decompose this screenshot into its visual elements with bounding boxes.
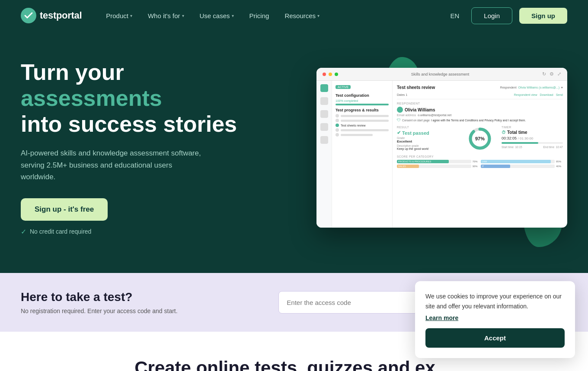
- take-test-left: Here to take a test? No registration req…: [21, 290, 261, 314]
- mockup-respondent-header: Respondent Olivia Williams (o.williams@.…: [500, 86, 563, 89]
- mockup-left-row-2: [336, 119, 389, 122]
- mockup-score-bars: PRODUCTS & PROCEDURES 70% LAW: [397, 160, 563, 168]
- nav-product[interactable]: Product ▾: [99, 9, 139, 23]
- mockup-row-line: [341, 120, 389, 122]
- nav-resources[interactable]: Resources ▾: [278, 9, 326, 23]
- mockup-row-dot: [336, 114, 339, 117]
- mockup-completed: 100% completed: [336, 99, 389, 102]
- mockup-score-bar-it-wrap: IT: [481, 165, 555, 168]
- mockup-consent-row: 🛡 Consent on start page I agree with the…: [397, 118, 563, 122]
- mockup-row-dot-active: [336, 124, 339, 127]
- language-selector[interactable]: EN: [445, 9, 464, 23]
- mockup-status-badge: ACTIVE: [336, 85, 351, 89]
- mockup-passed: ✔ Test passed: [397, 130, 458, 136]
- cookie-learn-more-link[interactable]: Learn more: [425, 314, 565, 321]
- hero-section: Turn your assessments into success stori…: [0, 31, 588, 273]
- nav-links: Product ▾ Who it's for ▾ Use cases ▾ Pri…: [99, 9, 445, 23]
- clock-icon: ⏱: [502, 130, 506, 135]
- mockup-row-line-sm: [341, 134, 373, 136]
- mockup-respondent-view-btn: Respondent view: [514, 93, 537, 96]
- mockup-respondent-label: Respondent: [500, 86, 517, 89]
- mockup-score-row-it: IT 40%: [481, 165, 563, 168]
- mockup-progress-bar: [336, 104, 389, 105]
- mockup-score-bar-pp: PRODUCTS & PROCEDURES: [397, 160, 449, 163]
- mockup-dot-yellow: [329, 73, 332, 76]
- mockup-timer-details: Start time 10:15 End time 10:47: [502, 146, 563, 149]
- mockup-left-link-text: Test sheets review: [341, 124, 389, 127]
- mockup-main-header: Test sheets review Respondent Olivia Wil…: [397, 85, 563, 90]
- mockup-row-line: [341, 129, 389, 131]
- nav-use-cases[interactable]: Use cases ▾: [193, 9, 241, 23]
- mockup-grade-label: Grade: [397, 136, 458, 140]
- mockup-timer-bar-wrap: [502, 142, 563, 144]
- mockup-config-title: Test configuration: [336, 93, 389, 98]
- cookie-text: We use cookies to improve your experienc…: [425, 292, 565, 311]
- chevron-down-icon: ▾: [130, 13, 132, 18]
- mockup-left-row-1: [336, 114, 389, 117]
- logo-text: testportal: [40, 10, 82, 21]
- hero-image: Skills and knowledge assessment ↻ ⚙ ⤢: [246, 68, 567, 228]
- mockup-left-row-3: [336, 128, 389, 132]
- mockup-donut-chart: 97%: [467, 126, 493, 152]
- mockup-score-bar-pp-wrap: PRODUCTS & PROCEDURES: [397, 160, 471, 163]
- mockup-start-time-label: Start time 10:15: [502, 146, 522, 149]
- mockup-dates: Dates 1: [397, 93, 407, 96]
- mockup-score-row-sales: SALES 30%: [397, 165, 479, 168]
- mockup-donut: 97%: [467, 126, 493, 152]
- mockup-score-name-it: IT: [482, 165, 484, 168]
- mockup-main: Test sheets review Respondent Olivia Wil…: [393, 81, 567, 228]
- mockup-respondent-section: RESPONDENT Olivia Williams Email address…: [397, 102, 563, 122]
- mockup-score-row-pp: PRODUCTS & PROCEDURES 70%: [397, 160, 479, 163]
- mockup-timer-time: 00:32:05 / 01:30:00: [502, 136, 563, 140]
- mockup-progress-title: Test progress & results: [336, 108, 389, 112]
- mockup-score-row-law: LAW 95%: [481, 160, 563, 163]
- mockup-desc-grade-value: Keep up the good work!: [397, 147, 458, 150]
- mockup-score-pct-it: 40%: [556, 165, 563, 168]
- mockup-score-bar-it: IT: [481, 165, 511, 168]
- mockup-grade-value: Excellent: [397, 140, 458, 143]
- cookie-banner: We use cookies to improve your experienc…: [415, 281, 575, 358]
- mockup-dot-red: [323, 73, 326, 76]
- hero-cta-button[interactable]: Sign up - it's free: [21, 198, 108, 221]
- mockup-row-line: [341, 115, 389, 117]
- logo-link[interactable]: testportal: [21, 8, 82, 23]
- mockup-score-name-law: LAW: [482, 160, 487, 163]
- navbar: testportal Product ▾ Who it's for ▾ Use …: [0, 0, 588, 31]
- mockup-sidebar-icon-tests: [320, 110, 328, 118]
- mockup-icon-gear: ⚙: [550, 71, 554, 77]
- hero-title: Turn your assessments into success stori…: [21, 60, 246, 137]
- mockup-left-row-4: [336, 133, 389, 136]
- hero-subtitle: AI-powered skills and knowledge assessme…: [21, 147, 202, 183]
- mockup-score-bar-law-wrap: LAW: [481, 160, 555, 163]
- mockup-download-btn: Download: [540, 93, 553, 96]
- mockup-score-bar-law: LAW: [481, 160, 551, 163]
- login-button[interactable]: Login: [471, 7, 512, 24]
- mockup-icon-refresh: ↻: [542, 71, 546, 77]
- cookie-accept-button[interactable]: Accept: [425, 328, 565, 348]
- mockup-actions: Respondent view Download Send: [514, 93, 563, 96]
- mockup-email-label: Email address: [397, 114, 416, 117]
- mockup-score-pct-sales: 30%: [473, 165, 479, 168]
- mockup-dates-row: Dates 1 Respondent view Download Send: [397, 93, 563, 96]
- mockup-donut-label: 97%: [475, 136, 485, 141]
- mockup-icons: ↻ ⚙ ⤢: [542, 71, 561, 77]
- signup-button[interactable]: Sign up: [519, 8, 567, 24]
- mockup-row-dot: [336, 133, 339, 136]
- mockup-avatar: [397, 107, 403, 113]
- mockup-divider: [397, 99, 563, 99]
- chevron-down-icon: ▾: [232, 13, 234, 18]
- mockup-icon-expand: ⤢: [557, 71, 561, 77]
- nav-who-its-for[interactable]: Who it's for ▾: [141, 9, 191, 23]
- bottom-heading: Create online tests, quizzes and ex…: [21, 358, 567, 371]
- dashboard-mockup: Skills and knowledge assessment ↻ ⚙ ⤢: [316, 68, 567, 228]
- mockup-topbar: Skills and knowledge assessment ↻ ⚙ ⤢: [316, 68, 567, 81]
- mockup-sidebar-icon-settings: [320, 136, 328, 144]
- mockup-email-row: Email address o.williams@testportal.net: [397, 114, 563, 117]
- logo-icon: [21, 8, 36, 23]
- mockup-sheet-title: Test sheets review: [397, 85, 435, 90]
- nav-pricing[interactable]: Pricing: [243, 9, 276, 23]
- mockup-dot-green: [335, 73, 338, 76]
- mockup-sidebar-icon-results: [320, 123, 328, 131]
- mockup-result-label: RESULT: [397, 126, 458, 129]
- mockup-row-dot: [336, 119, 339, 122]
